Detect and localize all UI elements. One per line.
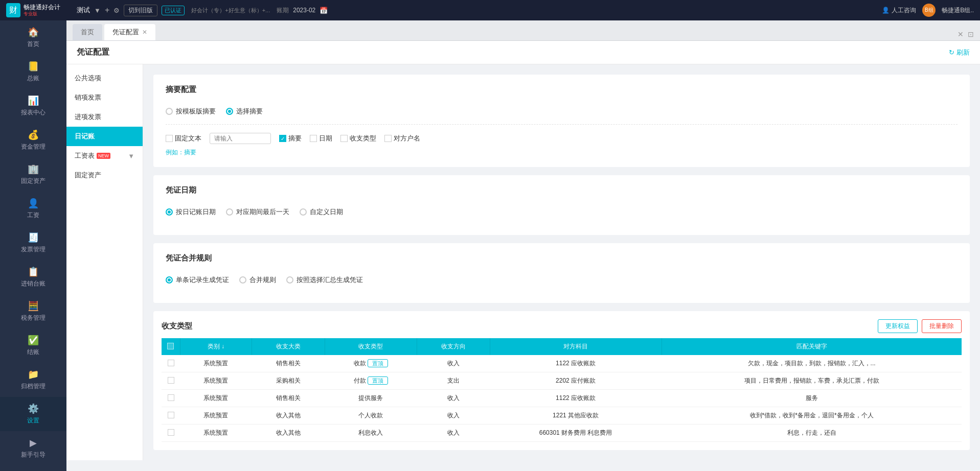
row-checkbox-cell[interactable]: [162, 425, 180, 442]
row-checkbox-cell[interactable]: [162, 407, 180, 425]
row-checkbox[interactable]: [168, 377, 174, 384]
sidebar-item-guide[interactable]: ▶ 新手引导: [0, 431, 66, 465]
header-checkbox[interactable]: [167, 343, 174, 349]
table-col-big-type: 收支大类: [252, 338, 325, 355]
sidebar-item-ledger[interactable]: 📒 总账: [0, 55, 66, 89]
left-menu-item-fixed-assets[interactable]: 固定资产: [66, 166, 143, 185]
sidebar-item-assets[interactable]: 🏢 固定资产: [0, 157, 66, 192]
row-checkbox[interactable]: [168, 394, 174, 401]
sidebar-item-invoice[interactable]: 🧾 发票管理: [0, 226, 66, 260]
close-window-btn[interactable]: ✕: [958, 30, 964, 38]
checkbox-summary[interactable]: ✓ 摘要: [279, 134, 302, 143]
checkbox-label: 日期: [319, 134, 332, 143]
sidebar-item-purchase[interactable]: 📋 进销台账: [0, 260, 66, 294]
user-service[interactable]: 👤 人工咨询: [882, 6, 916, 15]
row-checkbox[interactable]: [168, 412, 174, 418]
sidebar-item-reports[interactable]: 📊 报表中心: [0, 89, 66, 123]
sidebar-item-home[interactable]: 🏠 首页: [0, 20, 66, 55]
pin-top-tag[interactable]: 置顶: [368, 376, 388, 385]
income-expense-section: 收支类型 更新权益 批量删除: [153, 311, 970, 450]
checkbox-box: [340, 135, 348, 142]
switch-old-btn[interactable]: 切到旧版: [124, 5, 157, 16]
sidebar-item-salary[interactable]: 👤 工资: [0, 192, 66, 226]
row-subject: 1122 应收账款: [490, 390, 662, 407]
left-menu-item-public[interactable]: 公共选项: [66, 68, 143, 88]
assets-icon: 🏢: [28, 163, 39, 175]
fixed-text-input[interactable]: [210, 133, 271, 144]
main-layout: 🏠 首页 📒 总账 📊 报表中心 💰 资金管理 🏢 固定资产 👤 工资 🧾 发票…: [0, 20, 980, 471]
row-keywords: 服务: [662, 390, 962, 407]
checkbox-fixed-text[interactable]: 固定文本: [166, 134, 201, 143]
left-menu-item-label: 固定资产: [75, 171, 101, 180]
checkbox-counterpart-name[interactable]: 对方户名: [384, 134, 420, 143]
calendar-icon[interactable]: 📅: [320, 7, 328, 14]
ledger-icon: 📒: [28, 61, 39, 72]
radio-journal-date[interactable]: 按日记账日期: [166, 207, 216, 217]
row-checkbox-cell[interactable]: [162, 372, 180, 390]
checkbox-income-type[interactable]: 收支类型: [340, 134, 376, 143]
left-menu-item-sales-invoice[interactable]: 销项发票: [66, 88, 143, 107]
salary-icon: 👤: [28, 198, 39, 209]
sidebar-item-label: 设置: [27, 416, 39, 425]
summary-config-title: 摘要配置: [166, 85, 958, 99]
tab-voucher-config[interactable]: 凭证配置 ✕: [104, 24, 155, 40]
radio-custom-date[interactable]: 自定义日期: [300, 207, 343, 217]
close-tab-icon[interactable]: ✕: [142, 29, 147, 36]
pin-top-tag[interactable]: 置顶: [368, 359, 388, 367]
update-btn[interactable]: 更新权益: [878, 319, 918, 333]
table-section-title: 收支类型: [162, 321, 192, 331]
example-link[interactable]: 摘要: [184, 149, 196, 156]
row-big-type: 销售相关: [252, 355, 325, 372]
settings-sidebar-icon: ⚙️: [28, 403, 39, 414]
batch-delete-btn[interactable]: 批量删除: [922, 319, 962, 333]
sidebar-item-settle[interactable]: ✅ 结账: [0, 328, 66, 363]
sidebar-item-funds[interactable]: 💰 资金管理: [0, 123, 66, 157]
radio-select-summary[interactable]: 选择摘要: [226, 107, 263, 116]
left-menu-item-label: 销项发票: [75, 93, 101, 102]
radio-summary-voucher[interactable]: 按照选择汇总生成凭证: [286, 275, 363, 285]
add-icon[interactable]: +: [105, 6, 109, 15]
row-checkbox[interactable]: [168, 360, 174, 366]
row-checkbox[interactable]: [168, 429, 174, 436]
radio-single-record[interactable]: 单条记录生成凭证: [166, 275, 229, 285]
table-body: 系统预置 销售相关 收款 置顶 收入 1122 应收账款 欠款，现金，项目款，到…: [162, 355, 962, 442]
maximize-window-btn[interactable]: ⊡: [968, 30, 974, 38]
left-menu-item-purchase-invoice[interactable]: 进项发票: [66, 107, 143, 127]
refresh-btn[interactable]: ↻ 刷新: [949, 48, 970, 57]
table-col-checkbox[interactable]: [162, 338, 180, 355]
sidebar-item-label: 税务管理: [21, 314, 45, 322]
radio-merge-rules[interactable]: 合并规则: [239, 275, 276, 285]
dropdown-arrow-icon[interactable]: ▼: [94, 7, 101, 14]
row-subject: 1221 其他应收款: [490, 407, 662, 425]
sidebar-item-settings[interactable]: ⚙️ 设置: [0, 397, 66, 431]
settings-icon[interactable]: ⚙: [113, 7, 120, 14]
tab-home[interactable]: 首页: [73, 24, 102, 40]
funds-icon: 💰: [28, 129, 39, 140]
row-checkbox-cell[interactable]: [162, 355, 180, 372]
new-badge: NEW: [97, 153, 110, 159]
tab-home-label: 首页: [81, 28, 94, 37]
sidebar-item-tax[interactable]: 🧮 税务管理: [0, 294, 66, 328]
row-direction: 收入: [417, 425, 490, 442]
sidebar-item-member[interactable]: 👑 畅会员: [0, 465, 66, 471]
sidebar-item-label: 固定资产: [21, 177, 45, 185]
radio-circle: [239, 276, 246, 284]
left-menu-item-payroll[interactable]: 工资表 NEW ▼: [66, 146, 143, 166]
radio-template-summary[interactable]: 按模板版摘要: [166, 107, 216, 116]
row-checkbox-cell[interactable]: [162, 390, 180, 407]
row-direction: 收入: [417, 390, 490, 407]
radio-period-last-day[interactable]: 对应期间最后一天: [226, 207, 289, 217]
checkbox-box: [310, 135, 317, 142]
checkbox-date[interactable]: 日期: [310, 134, 332, 143]
radio-label: 单条记录生成凭证: [176, 275, 229, 285]
avatar[interactable]: B组: [922, 4, 936, 17]
radio-label: 对应期间最后一天: [236, 207, 289, 217]
sidebar-item-label: 首页: [27, 40, 39, 49]
merge-rules-title: 凭证合并规则: [166, 253, 958, 267]
sidebar-item-archive[interactable]: 📁 归档管理: [0, 363, 66, 397]
row-direction: 收入: [417, 355, 490, 372]
certified-tag: 已认证: [162, 6, 185, 15]
left-menu-item-label: 公共选项: [75, 74, 101, 83]
radio-circle: [226, 208, 233, 216]
left-menu-item-journal[interactable]: 日记账: [66, 127, 143, 146]
